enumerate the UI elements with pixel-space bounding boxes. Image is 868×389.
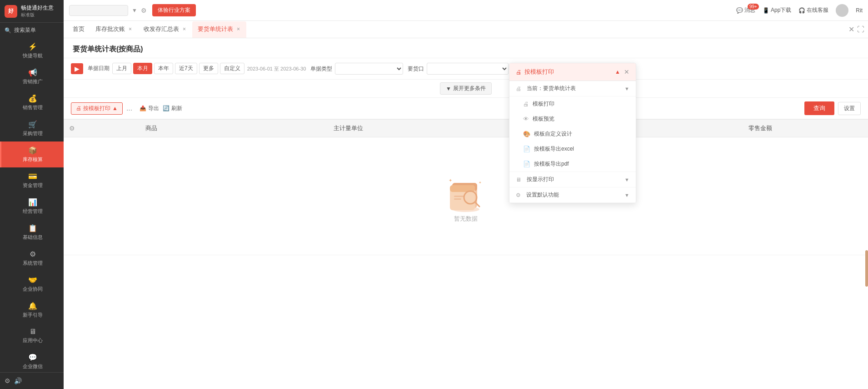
search-menu[interactable]: 🔍 搜索菜单 [0, 23, 64, 38]
scrollbar-indicator[interactable] [865, 250, 868, 287]
tab-home[interactable]: 首页 [67, 21, 90, 38]
sidebar-item-purchase[interactable]: 🛒 采购管理 [0, 116, 64, 141]
tab-receivables-summary-close[interactable]: × [182, 25, 187, 33]
filter-date-more[interactable]: 更多 [199, 63, 218, 74]
filter-expand-btn[interactable]: ▶ [71, 63, 83, 74]
sidebar-item-label: 系统管理 [23, 260, 43, 267]
logo-icon: 好 [5, 5, 17, 18]
tab-inventory-batch-close[interactable]: × [128, 25, 133, 33]
filter-date-this-year[interactable]: 本年 [154, 63, 173, 74]
expand-more-label: 展开更多条件 [453, 85, 486, 92]
filter-date-custom[interactable]: 自定义 [220, 63, 244, 74]
empty-text: 暂无数据 [454, 215, 478, 223]
filter-date-last-month[interactable]: 上月 [112, 63, 131, 74]
filter-yaohuo-label: 要货口 [408, 65, 424, 73]
table-header-product: 商品 [80, 120, 222, 137]
wechat-icon: 💬 [28, 353, 37, 362]
online-service-btn[interactable]: 🎧 在线客服 [798, 6, 828, 14]
sidebar-item-label: 企业微信 [23, 363, 43, 370]
tab-receivables-summary-label: 收发存汇总表 [144, 25, 179, 33]
print-chevron-up-icon: ▲ [112, 105, 118, 111]
filter-yaohuo-group: 要货口 [408, 63, 509, 75]
sidebar-item-label: 企业协同 [23, 286, 43, 293]
tab-receivables-summary[interactable]: 收发存汇总表 × [138, 21, 192, 38]
sidebar-item-wechat[interactable]: 💬 企业微信 [0, 349, 64, 372]
dropdown-current-item[interactable]: 🖨 当前：要货单统计表 ▼ [509, 81, 636, 96]
sidebar-item-operations[interactable]: 📊 经营管理 [0, 193, 64, 219]
table-header-unit: 主计量单位 [222, 120, 474, 137]
messages-badge: 99+ [748, 4, 759, 10]
user-avatar[interactable] [836, 4, 848, 17]
filter-date-this-month[interactable]: 本月 [133, 63, 152, 74]
dropdown-item-template-preview[interactable]: 👁 模板预览 [509, 111, 636, 126]
audio-icon[interactable]: 🔊 [14, 377, 22, 384]
dropdown-display-print-item[interactable]: 🖥 按显示打印 ▼ [509, 172, 636, 187]
topbar-gear-icon[interactable]: ⚙ [141, 7, 147, 14]
dropdown-default-func-item[interactable]: ⚙ 设置默认功能 ▼ [509, 187, 636, 202]
collab-icon: 🤝 [28, 276, 37, 284]
dropdown-current-chevron: ▼ [624, 86, 629, 91]
sidebar-item-marketing[interactable]: 📢 营销推广 [0, 64, 64, 90]
topbar-dropdown-arrow[interactable]: ▼ [132, 7, 137, 14]
more-options-icon[interactable]: ... [126, 104, 132, 112]
app-download-btn[interactable]: 📱 App下载 [763, 6, 791, 14]
dropdown-item-template-export-pdf[interactable]: 📄 按模板导出pdf [509, 157, 636, 172]
service-icon: 🎧 [798, 7, 805, 14]
dropdown-display-chevron: ▼ [624, 177, 629, 182]
sidebar-item-quick-nav[interactable]: ⚡ 快捷导航 [0, 38, 64, 64]
dropdown-item-template-print[interactable]: 🖨 模板打印 [509, 96, 636, 111]
print-btn[interactable]: 🖨 按模板打印 ▲ [71, 102, 123, 115]
sys-mgmt-icon: ⚙ [30, 250, 36, 258]
table-gear-icon[interactable]: ⚙ [69, 125, 75, 132]
dropdown-item-template-export-excel[interactable]: 📄 按模板导出excel [509, 141, 636, 157]
sidebar-item-sales[interactable]: 💰 销售管理 [0, 90, 64, 116]
filter-yaohuo-select[interactable] [427, 63, 509, 75]
tab-close-all-icon[interactable]: ✕ [848, 25, 854, 34]
dropdown-current-label: 当前：要货单统计表 [527, 85, 576, 92]
dropdown-chevron-up-icon[interactable]: ▲ [615, 69, 620, 75]
export-btn[interactable]: 📤 导出 [140, 105, 159, 112]
filter-type-select[interactable] [335, 63, 403, 75]
page-title: 要货单统计表(按商品) [64, 38, 868, 58]
dropdown-title: 按模板打印 [524, 68, 554, 76]
dropdown-item-label: 模板自定义设计 [534, 130, 572, 138]
tab-order-stats-close[interactable]: × [236, 25, 241, 33]
dropdown-current-icon: 🖨 [516, 86, 521, 92]
service-label: 在线客服 [807, 6, 828, 14]
filter-date-range: 2023-06-01 至 2023-06-30 [247, 66, 306, 72]
search-label: 搜索菜单 [14, 26, 36, 34]
sidebar-item-basic-info[interactable]: 📋 基础信息 [0, 219, 64, 245]
setting-btn[interactable]: 设置 [838, 102, 861, 115]
filter-expand-row: ▼ 展开更多条件 [64, 80, 868, 98]
dropdown-print-icon: 🖨 [516, 69, 522, 76]
filter-date-7days[interactable]: 近7天 [175, 63, 197, 74]
table-header-amount: 零售金额 [653, 120, 868, 137]
expand-more-btn[interactable]: ▼ 展开更多条件 [440, 82, 492, 95]
sidebar-item-label: 快捷导航 [23, 52, 43, 59]
dropdown-header: 🖨 按模板打印 ▲ ✕ [509, 63, 636, 81]
sidebar-item-new-guide[interactable]: 🔔 新手引导 [0, 297, 64, 323]
sidebar-item-collab[interactable]: 🤝 企业协同 [0, 271, 64, 297]
printer-icon: 🖨 [76, 105, 81, 111]
dropdown-item-template-design[interactable]: 🎨 模板自定义设计 [509, 126, 636, 141]
dropdown-close-icon[interactable]: ✕ [624, 68, 629, 76]
table-header-gear[interactable]: ⚙ [64, 120, 80, 137]
page-inner: 要货单统计表(按商品) ▶ 单据日期 上月 本月 本年 近7天 更多 自定义 2 [64, 38, 868, 389]
tab-order-stats-label: 要货单统计表 [198, 25, 233, 33]
sidebar-item-label: 采购管理 [23, 130, 43, 137]
tab-expand-icon[interactable]: ⛶ [857, 25, 864, 34]
tab-inventory-batch[interactable]: 库存批次账 × [90, 21, 138, 38]
query-btn[interactable]: 查询 [804, 101, 834, 115]
refresh-btn[interactable]: 🔄 刷新 [163, 105, 182, 112]
sidebar-item-inventory[interactable]: 📦 库存核算 [0, 141, 64, 167]
topbar-search-input[interactable] [69, 5, 128, 16]
dropdown-default-func-section: ⚙ 设置默认功能 ▼ [509, 187, 636, 203]
sidebar-item-sys-mgmt[interactable]: ⚙ 系统管理 [0, 245, 64, 271]
trial-btn[interactable]: 体验行业方案 [152, 4, 196, 16]
username-label[interactable]: Rit [856, 7, 863, 14]
sidebar-item-finance[interactable]: 💳 资金管理 [0, 167, 64, 193]
settings-gear-icon[interactable]: ⚙ [5, 377, 10, 384]
tab-order-stats[interactable]: 要货单统计表 × [192, 21, 246, 38]
sidebar-item-app-center[interactable]: 🖥 应用中心 [0, 323, 64, 349]
messages-btn[interactable]: 💬 消息 99+ [736, 6, 755, 14]
